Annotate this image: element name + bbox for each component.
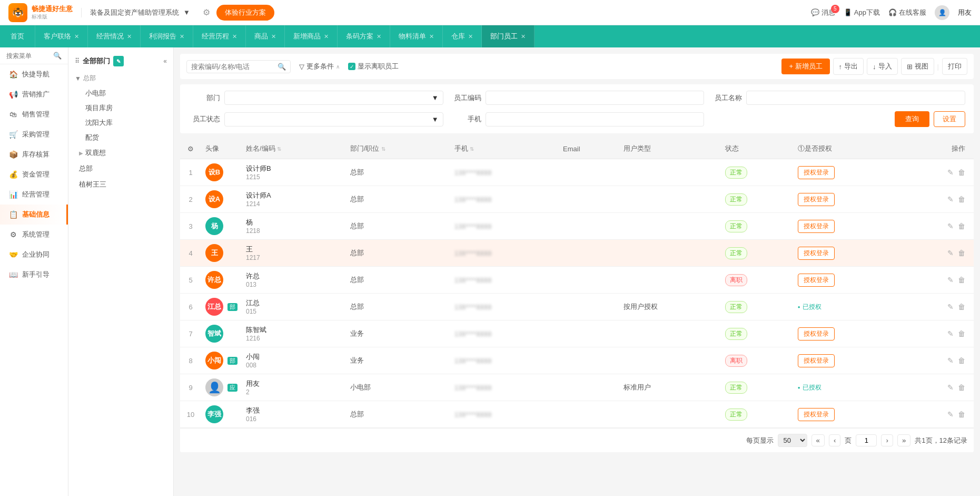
auth-button[interactable]: 授权登录 [798, 247, 835, 260]
auth-button[interactable]: 授权登录 [798, 408, 835, 421]
delete-icon[interactable]: 🗑 [958, 276, 965, 284]
col-dept[interactable]: 部门/职位 ⇅ [346, 139, 450, 159]
gear-button[interactable]: ⚙ [203, 7, 210, 17]
delete-icon[interactable]: 🗑 [958, 249, 965, 257]
sidebar-search-input[interactable] [6, 52, 53, 60]
tree-collapse-btn[interactable]: « [163, 57, 167, 65]
sidebar-item-enterprise[interactable]: 🤝 企业协同 [0, 245, 68, 265]
sidebar-item-inventory[interactable]: 📦 库存核算 [0, 144, 68, 164]
close-icon[interactable]: ✕ [324, 33, 329, 40]
delete-icon[interactable]: 🗑 [958, 195, 965, 203]
tree-node-shenyang[interactable]: 沈阳大库 [68, 115, 173, 130]
tab-profit[interactable]: 利润报告✕ [141, 25, 193, 47]
tree-edit-icon[interactable]: ✎ [113, 56, 124, 66]
sidebar-item-system[interactable]: ⚙ 系统管理 [0, 225, 68, 245]
sidebar-item-basic[interactable]: 📋 基础信息 [0, 205, 68, 225]
edit-icon[interactable]: ✎ [947, 356, 954, 365]
prev-page-btn[interactable]: ‹ [829, 434, 840, 446]
filter-more-btn[interactable]: ▽ 更多条件 ∧ [295, 60, 344, 73]
show-resigned-wrap[interactable]: ✓ 显示离职员工 [348, 62, 399, 71]
sidebar-item-purchase[interactable]: 🛒 采购管理 [0, 124, 68, 144]
edit-icon[interactable]: ✎ [947, 276, 954, 284]
tab-bom[interactable]: 物料清单✕ [390, 25, 443, 47]
tab-home[interactable]: 首页 [0, 25, 35, 47]
close-icon[interactable]: ✕ [232, 33, 237, 40]
sidebar-item-operation[interactable]: 📊 经营管理 [0, 184, 68, 205]
sidebar-item-marketing[interactable]: 📢 营销推广 [0, 84, 68, 104]
dept-select[interactable]: ▼ [224, 91, 443, 105]
edit-icon[interactable]: ✎ [947, 410, 954, 419]
delete-icon[interactable]: 🗑 [958, 383, 965, 392]
close-icon[interactable]: ✕ [271, 33, 276, 40]
auth-button[interactable]: 授权登录 [798, 274, 835, 287]
delete-icon[interactable]: 🗑 [958, 168, 965, 177]
export-button[interactable]: ↑ 导出 [833, 58, 864, 75]
search-input[interactable] [191, 63, 275, 71]
set-button[interactable]: 设置 [934, 111, 965, 127]
close-icon[interactable]: ✕ [180, 33, 184, 40]
edit-icon[interactable]: ✎ [947, 195, 954, 203]
close-icon[interactable]: ✕ [377, 33, 381, 40]
auth-button[interactable]: 授权登录 [798, 193, 835, 206]
page-input[interactable] [856, 434, 877, 446]
edit-icon[interactable]: ✎ [947, 222, 954, 230]
tree-node-shuanglu[interactable]: ▶ 双鹿想 [68, 145, 173, 161]
view-button[interactable]: ⊞ 视图 [901, 58, 934, 75]
tree-node-small-elec[interactable]: 小电部 [68, 86, 173, 101]
col-settings[interactable]: ⚙ [180, 139, 201, 159]
edit-icon[interactable]: ✎ [947, 168, 954, 177]
user-avatar[interactable]: 👤 [935, 5, 949, 20]
edit-icon[interactable]: ✎ [947, 329, 954, 338]
tree-node-distribution[interactable]: 配货 [68, 130, 173, 145]
emp-code-input[interactable] [486, 91, 705, 105]
search-button[interactable]: 查询 [895, 111, 929, 127]
tree-node-proj-room[interactable]: 项目库房 [68, 101, 173, 115]
close-icon[interactable]: ✕ [429, 33, 434, 40]
sidebar-item-capital[interactable]: 💰 资金管理 [0, 164, 68, 184]
tab-barcode[interactable]: 条码方案✕ [338, 25, 390, 47]
edit-icon[interactable]: ✎ [947, 303, 954, 311]
col-phone[interactable]: 手机 ⇅ [450, 139, 559, 159]
tree-node-general[interactable]: 总部 [68, 161, 173, 177]
last-page-btn[interactable]: » [897, 434, 910, 446]
tab-add-goods[interactable]: 新增商品✕ [285, 25, 338, 47]
close-icon[interactable]: ✕ [468, 33, 473, 40]
system-dropdown-arrow[interactable]: ▼ [183, 8, 190, 16]
edit-icon[interactable]: ✎ [947, 249, 954, 257]
show-resigned-checkbox[interactable]: ✓ [348, 63, 355, 70]
online-service-btn[interactable]: 🎧 在线客服 [888, 8, 926, 17]
sidebar-item-guide[interactable]: 📖 新手引导 [0, 265, 68, 285]
auth-button[interactable]: 授权登录 [798, 220, 835, 233]
first-page-btn[interactable]: « [811, 434, 825, 446]
close-icon[interactable]: ✕ [127, 33, 132, 40]
emp-status-select[interactable]: ▼ [224, 112, 443, 127]
auth-button[interactable]: 授权登录 [798, 327, 835, 341]
tree-node-zhishu[interactable]: 植树王三 [68, 177, 173, 192]
app-download-btn[interactable]: 📱 App下载 [844, 8, 880, 17]
tab-goods[interactable]: 商品✕ [246, 25, 285, 47]
print-button[interactable]: 打印 [942, 58, 967, 75]
delete-icon[interactable]: 🗑 [958, 410, 965, 419]
col-name[interactable]: 姓名/编码 ⇅ [242, 139, 346, 159]
edit-icon[interactable]: ✎ [947, 383, 954, 392]
sidebar-item-sales[interactable]: 🛍 销售管理 [0, 104, 68, 124]
close-icon[interactable]: ✕ [521, 33, 526, 40]
add-employee-button[interactable]: + 新增员工 [781, 59, 829, 74]
tab-customer[interactable]: 客户联络✕ [35, 25, 88, 47]
tab-history[interactable]: 经营历程✕ [193, 25, 246, 47]
close-icon[interactable]: ✕ [74, 33, 79, 40]
delete-icon[interactable]: 🗑 [958, 222, 965, 230]
tab-department[interactable]: 部门员工✕ [482, 25, 534, 47]
import-button[interactable]: ↓ 导入 [867, 58, 898, 75]
tab-operation[interactable]: 经营情况✕ [88, 25, 141, 47]
delete-icon[interactable]: 🗑 [958, 356, 965, 365]
per-page-select[interactable]: 50 20 100 [778, 434, 807, 447]
sidebar-item-quick-nav[interactable]: 🏠 快捷导航 [0, 64, 68, 84]
auth-button[interactable]: 授权登录 [798, 354, 835, 367]
delete-icon[interactable]: 🗑 [958, 329, 965, 338]
next-page-btn[interactable]: › [881, 434, 893, 446]
phone-input[interactable] [486, 112, 705, 127]
emp-name-input[interactable] [746, 91, 965, 105]
auth-button[interactable]: 授权登录 [798, 166, 835, 179]
message-btn[interactable]: 💬 消息 5 [811, 8, 835, 17]
